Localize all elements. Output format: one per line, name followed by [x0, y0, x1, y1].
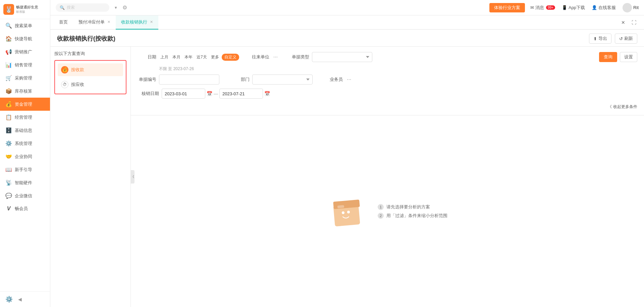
sidebar-item-system[interactable]: ⚙️ 系统管理 [0, 137, 50, 150]
header-right: ✉ 消息 99+ 📱 App下载 👤 在线客服 Rit [530, 3, 639, 12]
doc-no-input[interactable] [159, 74, 219, 85]
date-range-text: 不限 至 2023-07-26 [159, 66, 194, 72]
close-prepay-tab-icon[interactable]: ✕ [107, 20, 110, 24]
date-field: 日期 上月 本月 本年 近7天 更多 自定义 [138, 54, 239, 61]
app-download-label: App下载 [569, 5, 585, 11]
home-icon: 🏠 [5, 36, 12, 42]
refresh-button[interactable]: ↺ 刷新 [615, 34, 637, 44]
date-7days[interactable]: 近7天 [195, 54, 208, 60]
filter-option-by-collection[interactable]: 💰 按收款 [58, 63, 123, 76]
calendar-start-icon[interactable]: 📅 [207, 91, 212, 96]
dropdown-arrow-icon[interactable]: ▾ [115, 5, 117, 10]
sidebar-item-label: 快捷导航 [15, 36, 32, 42]
verify-date-label: 核销日期 [138, 91, 159, 97]
date-last-month[interactable]: 上月 [159, 54, 170, 60]
verify-date-end-input[interactable] [219, 89, 263, 99]
empty-hint-2: 2 用「过滤」条件来缩小分析范围 [378, 213, 447, 219]
inventory-icon: 📦 [5, 88, 12, 94]
date-more[interactable]: 更多 [210, 54, 220, 60]
form-row-3: 核销日期 📅 — 📅 [138, 89, 637, 99]
search-mini-icon: 🔍 [60, 5, 65, 10]
basicinfo-icon: 🗄️ [5, 127, 12, 134]
app-download-button[interactable]: 📱 App下载 [562, 5, 585, 11]
filter-options: 💰 按收款 ⏱ 按应收 [58, 63, 123, 91]
sidebar-item-label: 畅会员 [15, 206, 28, 212]
date-range-sep: — [214, 91, 218, 96]
verify-date-start-input[interactable] [162, 89, 205, 99]
calendar-end-icon[interactable]: 📅 [264, 91, 270, 96]
collection-icon: 💰 [61, 66, 68, 73]
sidebar-item-quicknav[interactable]: 🏠 快捷导航 [0, 32, 50, 45]
tab-prepay[interactable]: 预付冲应付单 ✕ [73, 15, 116, 30]
dept-select[interactable] [252, 74, 313, 85]
purchase-icon: 🛒 [5, 75, 12, 81]
form-row-1: 日期 上月 本月 本年 近7天 更多 自定义 [138, 52, 637, 62]
marketing-icon: 📢 [5, 49, 12, 55]
online-service-button[interactable]: 👤 在线客服 [592, 5, 616, 11]
close-collect-tab-icon[interactable]: ✕ [150, 20, 153, 24]
verify-date-field: 核销日期 📅 — 📅 [138, 89, 270, 99]
sidebar-item-inventory[interactable]: 📦 库存核算 [0, 85, 50, 98]
logo-text: 畅捷通好生意 [16, 5, 38, 9]
sales-icon: 📊 [5, 62, 12, 68]
sidebar-item-marketing[interactable]: 📢 营销推广 [0, 45, 50, 58]
staff-field: 业务员 ··· [319, 76, 353, 83]
search-icon: 🔍 [5, 22, 12, 29]
form-row-1-left: 日期 上月 本月 本年 近7天 更多 自定义 [138, 52, 637, 103]
date-custom-badge[interactable]: 自定义 [222, 54, 239, 61]
app-icon: 📱 [562, 5, 567, 10]
search-bar[interactable]: 🔍 搜索 [56, 3, 109, 12]
online-service-label: 在线客服 [598, 5, 616, 11]
tab-home[interactable]: 首页 [54, 15, 73, 30]
message-icon: ✉ [530, 5, 534, 10]
settings-icon[interactable]: ⚙️ [5, 296, 13, 303]
query-button[interactable]: 查询 [599, 52, 617, 62]
collapse-sidebar-icon[interactable]: ◀ [18, 297, 22, 302]
filter-border: 💰 按收款 ⏱ 按应收 [54, 60, 126, 94]
date-this-month[interactable]: 本月 [171, 54, 182, 60]
collapse-more-button[interactable]: 《 收起更多条件 [608, 104, 637, 110]
export-icon: ⬆ [593, 36, 597, 41]
query-action-btns: 查询 设置 [599, 52, 637, 62]
sidebar-item-enterprise[interactable]: 🤝 企业协同 [0, 150, 50, 163]
sidebar-item-operation[interactable]: 📋 经营管理 [0, 111, 50, 124]
counterpart-select-icon[interactable]: ··· [272, 54, 279, 60]
collapse-panel-arrow[interactable]: 《 [130, 170, 135, 184]
close-tab-icon[interactable]: ✕ [619, 18, 627, 27]
doc-type-label: 单据类型 [286, 54, 309, 60]
doc-type-field: 单据类型 [286, 52, 372, 62]
refresh-label: 刷新 [624, 36, 633, 42]
sidebar-item-guide[interactable]: 📖 新手引导 [0, 163, 50, 176]
finance-icon: 💰 [5, 101, 12, 107]
query-area: 日期 上月 本月 本年 近7天 更多 自定义 [131, 47, 644, 307]
message-button[interactable]: ✉ 消息 99+ [530, 5, 555, 11]
empty-state: 1 请先选择要分析的方案 2 用「过滤」条件来缩小分析范围 [131, 115, 644, 307]
sidebar-item-member[interactable]: V 畅会员 [0, 202, 50, 215]
setting-button[interactable]: 设置 [620, 52, 637, 62]
logo-icon: 🐰 [3, 4, 14, 15]
filter-option-by-receivable[interactable]: ⏱ 按应收 [58, 78, 123, 91]
sidebar-item-basicinfo[interactable]: 🗄️ 基础信息 [0, 124, 50, 137]
export-button[interactable]: ⬆ 导出 [589, 34, 611, 44]
sidebar-item-hardware[interactable]: 📡 智能硬件 [0, 176, 50, 189]
staff-select-icon[interactable]: ··· [345, 76, 353, 83]
doc-type-select[interactable] [312, 52, 372, 62]
sidebar-item-sales[interactable]: 📊 销售管理 [0, 58, 50, 71]
date-this-year[interactable]: 本年 [183, 54, 194, 60]
user-profile[interactable]: Rit [623, 3, 639, 12]
industry-solution-button[interactable]: 体验行业方案 [489, 3, 525, 12]
operation-icon: 📋 [5, 114, 12, 120]
system-icon: ⚙️ [5, 140, 12, 147]
sidebar-item-finance[interactable]: 💰 资金管理 [0, 98, 50, 111]
counterpart-label: 往来单位 [246, 54, 269, 60]
logo-badge: 标准版 [16, 10, 38, 14]
sidebar-item-search[interactable]: 🔍 搜索菜单 [0, 19, 50, 32]
home-tab-label: 首页 [59, 19, 68, 25]
gear-settings-icon[interactable]: ⚙ [122, 4, 127, 11]
sidebar-item-purchase[interactable]: 🛒 采购管理 [0, 71, 50, 85]
expand-tab-icon[interactable]: ⛶ [630, 18, 638, 27]
sidebar-item-wechat[interactable]: 💬 企业微信 [0, 189, 50, 202]
tab-collect[interactable]: 收款核销执行 ✕ [116, 15, 158, 30]
content-area: 按以下方案查询 💰 按收款 ⏱ 按应收 《 [50, 47, 644, 307]
sidebar-item-label: 营销推广 [15, 49, 32, 55]
